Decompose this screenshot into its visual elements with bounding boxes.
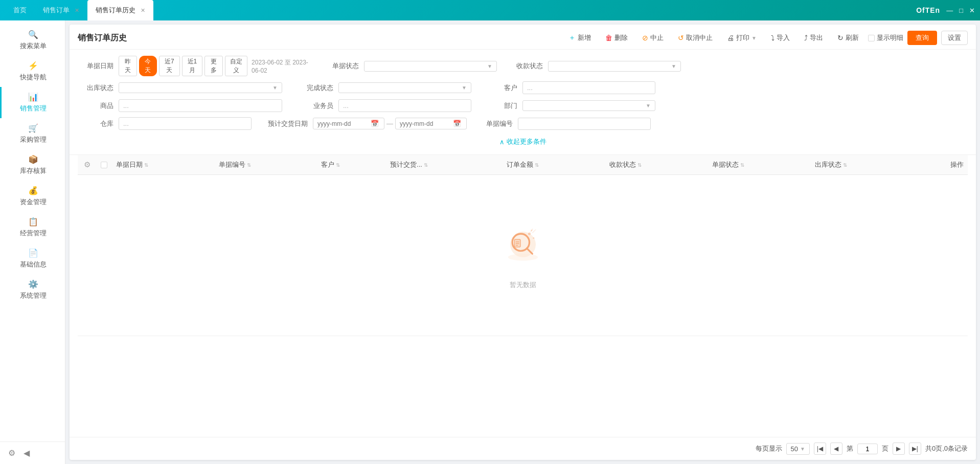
warehouse-label: 仓库 bbox=[78, 119, 119, 128]
sidebar-item-operations-label: 经营管理 bbox=[20, 229, 47, 238]
order-amount-sort-icon: ⇅ bbox=[535, 162, 539, 168]
sidebar-collapse-icon[interactable]: ◀ bbox=[24, 448, 30, 458]
th-order-amount[interactable]: 订单金额 ⇅ bbox=[503, 155, 605, 175]
th-warehouse-status-label: 出库状态 bbox=[815, 160, 841, 169]
stop-button[interactable]: ⊘ 中止 bbox=[637, 31, 669, 45]
minimize-btn[interactable]: — bbox=[946, 7, 953, 14]
empty-text: 暂无数据 bbox=[510, 280, 536, 290]
query-button[interactable]: 查询 bbox=[907, 31, 937, 45]
new-button[interactable]: ＋ 新增 bbox=[563, 31, 596, 45]
sidebar-item-inventory[interactable]: 📦 库存核算 bbox=[0, 149, 65, 181]
settings-button[interactable]: 设置 bbox=[941, 31, 968, 45]
stop-icon: ⊘ bbox=[642, 34, 648, 42]
sidebar-item-operations[interactable]: 📋 经营管理 bbox=[0, 212, 65, 243]
salesperson-label: 业务员 bbox=[298, 101, 338, 111]
doc-status-select[interactable]: ▼ bbox=[364, 61, 497, 72]
th-doc-status[interactable]: 单据状态 ⇅ bbox=[708, 155, 811, 175]
th-operations: 操作 bbox=[913, 155, 968, 175]
prev-page-btn[interactable]: ◀ bbox=[830, 443, 842, 455]
complete-status-select[interactable]: ▼ bbox=[338, 82, 471, 93]
sidebar-item-inventory-label: 库存核算 bbox=[20, 166, 47, 175]
warehouse-status-label: 出库状态 bbox=[78, 83, 119, 93]
refresh-button[interactable]: ↻ 刷新 bbox=[832, 31, 864, 45]
date-btn-today[interactable]: 今天 bbox=[139, 56, 157, 76]
salesperson-input[interactable]: ... bbox=[338, 99, 471, 112]
filter-row-2: 出库状态 ▼ 完成状态 ▼ 客户 ... bbox=[78, 81, 968, 94]
next-page-btn[interactable]: ▶ bbox=[893, 443, 905, 455]
delete-button[interactable]: 🗑 删除 bbox=[600, 31, 633, 45]
page-number-input[interactable] bbox=[857, 444, 878, 454]
date-btn-custom[interactable]: 自定义 bbox=[225, 56, 247, 76]
th-customer[interactable]: 客户 ⇅ bbox=[317, 155, 386, 175]
tab-home[interactable]: 首页 bbox=[5, 0, 35, 20]
delivery-start-field[interactable] bbox=[317, 120, 369, 127]
date-filter-control: 昨天 今天 近7天 近1月 更多 自定义 2023-06-02 至 2023-0… bbox=[119, 56, 313, 76]
filter-area: 单据日期 昨天 今天 近7天 近1月 更多 自定义 2023-06-02 至 2… bbox=[70, 50, 976, 155]
import-label: 导入 bbox=[777, 33, 790, 42]
date-separator: — bbox=[386, 120, 393, 127]
select-all-checkbox[interactable] bbox=[101, 162, 107, 168]
th-doc-number[interactable]: 单据编号 ⇅ bbox=[215, 155, 317, 175]
tab-sales-order-close[interactable]: ✕ bbox=[75, 7, 79, 14]
department-select[interactable]: ▼ bbox=[522, 100, 655, 111]
print-label: 打印 bbox=[736, 33, 749, 42]
first-page-btn[interactable]: |◀ bbox=[814, 443, 826, 455]
doc-number-input[interactable] bbox=[518, 118, 651, 130]
sidebar-item-purchase-mgmt-label: 采购管理 bbox=[20, 135, 47, 144]
payment-status-select[interactable]: ▼ bbox=[548, 61, 681, 72]
main-layout: 🔍 搜索菜单 ⚡ 快捷导航 📊 销售管理 🛒 采购管理 📦 库存核算 💰 资金管… bbox=[0, 20, 980, 464]
sidebar-item-system-mgmt[interactable]: ⚙️ 系统管理 bbox=[0, 274, 65, 305]
sidebar-item-finance[interactable]: 💰 资金管理 bbox=[0, 181, 65, 212]
empty-state-icon bbox=[497, 221, 549, 272]
delivery-start-input[interactable]: 📅 bbox=[313, 118, 384, 129]
warehouse-input[interactable]: ... bbox=[119, 117, 252, 130]
display-toggle-checkbox[interactable] bbox=[868, 35, 875, 41]
sidebar-item-base-info-label: 基础信息 bbox=[20, 260, 47, 269]
warehouse-status-select[interactable]: ▼ bbox=[119, 82, 282, 93]
th-warehouse-status[interactable]: 出库状态 ⇅ bbox=[811, 155, 914, 175]
tab-sales-order-history[interactable]: 销售订单历史 ✕ bbox=[87, 0, 153, 20]
svg-point-5 bbox=[533, 237, 534, 239]
customer-input[interactable]: ... bbox=[522, 81, 655, 94]
delivery-date-label: 预计交货日期 bbox=[267, 119, 313, 128]
svg-rect-9 bbox=[514, 239, 520, 247]
delivery-end-field[interactable] bbox=[400, 120, 451, 127]
sidebar-item-purchase-mgmt[interactable]: 🛒 采购管理 bbox=[0, 118, 65, 149]
close-btn[interactable]: ✕ bbox=[969, 7, 975, 14]
date-btn-more[interactable]: 更多 bbox=[204, 56, 223, 76]
new-label: 新增 bbox=[578, 33, 591, 42]
sidebar-settings-icon[interactable]: ⚙ bbox=[8, 448, 15, 458]
page-size-chevron-icon: ▼ bbox=[800, 446, 805, 452]
page-unit: 页 bbox=[882, 444, 888, 453]
import-button[interactable]: ⤵ 导入 bbox=[766, 31, 795, 45]
top-bar-right: OfTEn — □ ✕ bbox=[916, 6, 975, 14]
import-icon: ⤵ bbox=[771, 34, 774, 42]
th-delivery-date[interactable]: 预计交货... ⇅ bbox=[386, 155, 503, 175]
collapse-row[interactable]: ∧ 收起更多条件 bbox=[78, 135, 968, 148]
purchase-mgmt-icon: 🛒 bbox=[28, 123, 38, 133]
tab-sales-order-history-close[interactable]: ✕ bbox=[141, 7, 145, 14]
cancel-stop-button[interactable]: ↺ 取消中止 bbox=[673, 31, 718, 45]
delivery-end-input[interactable]: 📅 bbox=[395, 118, 467, 129]
tab-sales-order[interactable]: 销售订单 ✕ bbox=[35, 0, 87, 20]
last-page-btn[interactable]: ▶| bbox=[909, 443, 921, 455]
th-doc-date[interactable]: 单据日期 ⇅ bbox=[112, 155, 215, 175]
column-settings-icon[interactable]: ⚙ bbox=[82, 158, 93, 171]
page-size-label: 每页显示 bbox=[756, 444, 782, 453]
sidebar-item-sales-mgmt[interactable]: 📊 销售管理 bbox=[0, 87, 65, 118]
export-button[interactable]: ⤴ 导出 bbox=[799, 31, 828, 45]
base-info-icon: 📄 bbox=[28, 248, 38, 258]
maximize-btn[interactable]: □ bbox=[959, 7, 963, 14]
sidebar-item-base-info[interactable]: 📄 基础信息 bbox=[0, 243, 65, 274]
date-btn-yesterday[interactable]: 昨天 bbox=[119, 56, 137, 76]
date-btn-last7[interactable]: 近7天 bbox=[159, 56, 179, 76]
table-area: ⚙ 单据日期 ⇅ 单据编号 bbox=[70, 155, 976, 437]
goods-input[interactable]: ... bbox=[119, 99, 282, 112]
print-button[interactable]: 🖨 打印 ▼ bbox=[722, 31, 762, 45]
page-size-select[interactable]: 50 ▼ bbox=[786, 443, 810, 455]
th-payment-status[interactable]: 收款状态 ⇅ bbox=[605, 155, 708, 175]
delivery-end-calendar-icon: 📅 bbox=[453, 120, 461, 127]
sidebar-item-quick-nav[interactable]: ⚡ 快捷导航 bbox=[0, 56, 65, 87]
sidebar-item-search-menu[interactable]: 🔍 搜索菜单 bbox=[0, 25, 65, 56]
date-btn-last-month[interactable]: 近1月 bbox=[182, 56, 202, 76]
